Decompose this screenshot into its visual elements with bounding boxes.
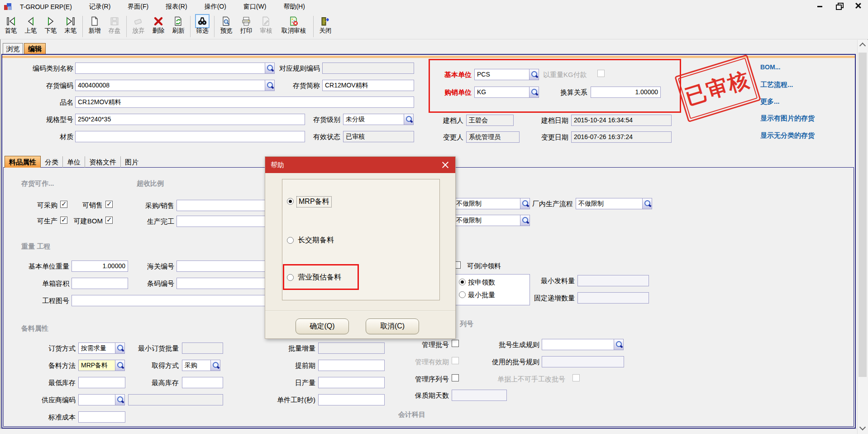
option-long-lead-label[interactable]: 长交期备料	[298, 236, 334, 245]
delete-button[interactable]: 删除	[148, 14, 168, 34]
next-record-button[interactable]: 下笔	[41, 14, 61, 34]
dialog-close-icon[interactable]	[441, 161, 450, 169]
create-date-label: 建档日期	[541, 116, 568, 125]
level-field[interactable]: 未分级	[343, 114, 404, 125]
close-icon[interactable]	[854, 2, 862, 9]
max-stock-field[interactable]	[182, 377, 223, 388]
tab-edit[interactable]: 编辑	[24, 43, 46, 55]
code-category-field[interactable]	[75, 63, 265, 74]
code-category-lookup-icon[interactable]	[265, 63, 275, 74]
spec-field[interactable]: 250*240*35	[75, 114, 305, 125]
can-produce-checkbox[interactable]	[60, 217, 67, 224]
cancel-button[interactable]: 取消(C)	[366, 318, 419, 334]
lead-time-field[interactable]	[318, 360, 385, 371]
first-record-button[interactable]: 首笔	[1, 14, 21, 34]
box-volume-field[interactable]	[72, 278, 128, 289]
cancel-audit-button[interactable]: 取消审核	[276, 14, 311, 34]
link-show-unclassified[interactable]: 显示无分类的存货	[760, 131, 815, 140]
menu-interface[interactable]: 界面(F)	[126, 2, 150, 12]
option-mrp-label[interactable]: MRP备料	[297, 197, 331, 207]
backup-method-lookup-icon[interactable]	[115, 360, 125, 371]
tab-item-attributes[interactable]: 料品属性	[5, 156, 41, 168]
backup-method-field[interactable]: MRP备料	[78, 360, 115, 371]
eraser-icon	[132, 15, 145, 27]
item-short-label: 存货简称	[293, 81, 320, 90]
restrict-2-lookup-icon[interactable]	[520, 215, 530, 226]
batch-increment-label: 批量增量	[288, 344, 315, 353]
tab-browse[interactable]: 浏览	[3, 43, 23, 55]
min-stock-field[interactable]	[78, 377, 125, 388]
daily-output-field[interactable]	[318, 377, 385, 388]
can-purchase-checkbox[interactable]	[60, 201, 67, 208]
acquire-mode-field[interactable]: 采购	[182, 360, 211, 371]
section-accounting: 会计科目	[398, 410, 425, 419]
restrict-1-lookup-icon[interactable]	[520, 198, 530, 209]
create-date-field: 2015-10-24 16:34:54	[571, 115, 672, 126]
item-code-lookup-icon[interactable]	[265, 80, 275, 91]
filter-button[interactable]: 筛选	[192, 14, 212, 34]
menu-help[interactable]: 帮助(H)	[281, 2, 306, 12]
minimize-icon[interactable]	[816, 2, 824, 9]
restrict-field-2[interactable]: 不做限制	[453, 215, 520, 226]
by-application-radio[interactable]	[459, 279, 466, 285]
material-label: 材质	[60, 132, 73, 141]
batch-rule-field[interactable]	[542, 339, 614, 350]
factory-flow-lookup-icon[interactable]	[642, 198, 652, 209]
material-field[interactable]	[75, 131, 305, 142]
ok-button[interactable]: 确定(Q)	[296, 318, 349, 334]
last-record-button[interactable]: 末笔	[61, 14, 81, 34]
print-button[interactable]: 打印	[236, 14, 256, 34]
item-code-field[interactable]: 400400008	[75, 80, 265, 91]
tab-images[interactable]: 图片	[121, 156, 143, 168]
item-short-field[interactable]: CR12MOV精料	[322, 80, 414, 91]
std-cost-field[interactable]	[78, 411, 125, 423]
add-button[interactable]: 新增	[85, 14, 105, 34]
tab-qualification-files[interactable]: 资格文件	[85, 156, 121, 168]
vertical-scrollbar-thumb[interactable]	[858, 53, 867, 377]
restore-icon[interactable]	[835, 2, 843, 9]
menu-app[interactable]: T-GROUP ERP(E)	[18, 2, 74, 11]
restrict-field-1[interactable]: 不做限制	[453, 198, 520, 209]
unit-seconds-field[interactable]	[318, 394, 385, 405]
order-mode-field[interactable]: 按需求量	[78, 342, 115, 354]
box-volume-label: 单箱容积	[42, 279, 69, 288]
batch-rule-lookup-icon[interactable]	[614, 339, 624, 350]
option-long-lead-radio[interactable]	[287, 237, 294, 244]
level-lookup-icon[interactable]	[404, 114, 414, 125]
menu-record[interactable]: 记录(R)	[87, 2, 112, 12]
can-sell-checkbox[interactable]	[105, 201, 113, 208]
option-mrp-radio[interactable]	[287, 198, 294, 205]
supplier-code-lookup-icon[interactable]	[115, 394, 125, 405]
base-weight-field[interactable]: 1.00000	[72, 260, 128, 272]
section-serial-partial: 列号	[460, 320, 473, 328]
menu-report[interactable]: 报表(R)	[164, 2, 189, 12]
shelf-days-label: 保质期天数	[415, 391, 449, 400]
nav-first-icon	[5, 15, 17, 27]
link-more[interactable]: 更多...	[760, 97, 780, 106]
help-dialog-titlebar[interactable]: 帮助	[265, 157, 455, 173]
order-mode-lookup-icon[interactable]	[115, 342, 125, 354]
close-window-button[interactable]: 关闭	[315, 14, 335, 34]
tab-classification[interactable]: 分类	[41, 156, 63, 168]
code-category-label: 编码类别名称	[33, 64, 73, 73]
factory-flow-field[interactable]: 不做限制	[576, 198, 643, 209]
manage-serial-checkbox[interactable]	[452, 374, 459, 381]
manage-batch-checkbox[interactable]	[452, 340, 459, 347]
link-bom[interactable]: BOM...	[760, 63, 780, 71]
link-process-flow[interactable]: 工艺流程...	[760, 81, 793, 89]
can-build-bom-checkbox[interactable]	[105, 217, 113, 224]
link-show-with-images[interactable]: 显示有图片的存货	[760, 114, 815, 123]
by-application-label: 按申领数	[468, 278, 495, 287]
horizontal-scrollbar-track[interactable]	[0, 429, 857, 434]
min-batch-radio[interactable]	[459, 291, 466, 298]
rule-code-label: 对应规则编码	[279, 64, 320, 73]
item-name-field[interactable]: CR12MOV精料	[75, 96, 414, 108]
menu-operation[interactable]: 操作(O)	[203, 2, 228, 12]
tab-units[interactable]: 单位	[63, 156, 85, 168]
acquire-mode-lookup-icon[interactable]	[210, 360, 220, 371]
supplier-code-field[interactable]	[78, 394, 115, 405]
prev-record-button[interactable]: 上笔	[21, 14, 41, 34]
preview-button[interactable]: 预览	[216, 14, 236, 34]
refresh-button[interactable]: 刷新	[168, 14, 188, 34]
menu-window[interactable]: 窗口(W)	[242, 2, 268, 12]
